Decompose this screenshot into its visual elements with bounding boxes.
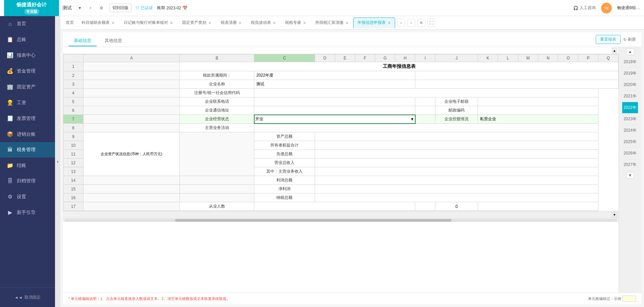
dropdown-icon[interactable]: ▼ [76, 4, 84, 12]
year-item-2025年[interactable]: 2025年 [622, 136, 638, 148]
tab-annual[interactable]: 年报信息申报表× [353, 17, 395, 28]
tab-expand-button[interactable]: ⛶ [427, 19, 435, 27]
col-header-n[interactable]: N [538, 54, 558, 62]
email-value[interactable] [478, 97, 598, 106]
col-header-k[interactable]: K [478, 54, 498, 62]
year-item-2021年[interactable]: 2021年 [622, 91, 638, 102]
col-header-j[interactable]: J [435, 54, 478, 62]
col-header-i[interactable]: I [415, 54, 435, 62]
col-header-p[interactable]: P [578, 54, 598, 62]
main-business-value[interactable] [254, 124, 598, 132]
col-header-h[interactable]: H [395, 54, 415, 62]
tab-tax_check[interactable]: 税检专家× [281, 17, 310, 28]
subtab-basic[interactable]: 基础信息 [68, 36, 97, 46]
main-revenue-value[interactable] [315, 167, 598, 176]
col-header-f[interactable]: F [355, 54, 375, 62]
net-profit-value[interactable] [315, 185, 598, 193]
col-header-o[interactable]: O [558, 54, 578, 62]
settings-icon[interactable]: ⚙ [97, 4, 105, 12]
sidebar-item-invoice[interactable]: 🧾 发票管理 [0, 111, 55, 126]
calendar-icon[interactable]: 📅 [182, 6, 187, 10]
postal-code-value[interactable] [478, 106, 598, 115]
revenue-value[interactable] [315, 159, 598, 167]
sidebar-item-ledger[interactable]: 📋 总账 [0, 32, 55, 47]
tab-close-icon[interactable]: × [388, 20, 390, 25]
tab-close-icon[interactable]: × [170, 20, 173, 25]
sidebar-item-home[interactable]: ⌂ 首页 [0, 16, 55, 32]
tab-close-icon[interactable]: × [239, 20, 241, 25]
tab-aux[interactable]: 科目辅助余额表× [77, 17, 119, 28]
year-item-2020年[interactable]: 2020年 [622, 79, 638, 91]
tab-prev-button[interactable]: ‹ [397, 19, 405, 27]
tab-tax_list[interactable]: 税表清册× [216, 17, 246, 28]
tab-close-icon[interactable]: × [303, 20, 306, 25]
employees-value[interactable]: 0 [435, 202, 478, 211]
col-header-m[interactable]: M [518, 54, 538, 62]
liabilities-value[interactable] [315, 150, 598, 159]
col-header-e[interactable]: E [335, 54, 355, 62]
tax-period-value[interactable]: 2022年度 [254, 71, 415, 80]
year-down-button[interactable]: ▼ [626, 172, 634, 179]
col-header-b[interactable]: B [180, 54, 254, 62]
tab-journal[interactable]: 日记账与银行对账单核对× [119, 17, 177, 28]
sidebar-item-assets[interactable]: 🏢 固定资产 [0, 79, 55, 95]
equity-value[interactable] [315, 141, 598, 150]
col-header-a[interactable]: A [83, 54, 180, 62]
reset-button[interactable]: 重置报表 [596, 35, 621, 44]
tab-close-all-button[interactable]: ✕ [417, 19, 425, 27]
sidebar-collapse-handle[interactable]: ‹ [55, 16, 60, 307]
spreadsheet-title[interactable]: 工商年报信息表 [180, 62, 619, 71]
tab-tax_wave[interactable]: 税负波动表× [247, 17, 280, 28]
tax-total-value[interactable] [315, 193, 598, 202]
tab-fixed_cat[interactable]: 固定资产类别× [178, 17, 215, 28]
holding-type-value[interactable]: 私营企业 [478, 115, 598, 124]
phone-value[interactable] [254, 97, 415, 106]
refresh-button[interactable]: ↻ 刷新 [623, 35, 636, 44]
company-name-value[interactable]: 测试 [254, 80, 415, 89]
scrollbar-track[interactable] [64, 219, 617, 222]
subtab-other[interactable]: 其他信息 [99, 36, 127, 46]
logo[interactable]: 畅捷通好会计 专业版 [4, 0, 59, 16]
year-item-2024年[interactable]: 2024年 [622, 125, 638, 136]
col-header-q[interactable]: Q [598, 54, 619, 62]
scrollbar-thumb[interactable] [175, 219, 451, 222]
col-header-g[interactable]: G [375, 54, 395, 62]
total-assets-value[interactable] [315, 132, 598, 141]
address-value[interactable] [254, 106, 415, 115]
add-icon[interactable]: ＋ [87, 4, 95, 12]
tab-income_tax[interactable]: 所得税汇算清缴× [311, 17, 353, 28]
tab-next-button[interactable]: › [407, 19, 415, 27]
tab-close-icon[interactable]: × [208, 20, 211, 25]
year-item-2019年[interactable]: 2019年 [622, 68, 638, 79]
pin-button[interactable]: ◄◄ 取消固定 [0, 291, 55, 304]
tab-close-icon[interactable]: × [345, 20, 348, 25]
sidebar-item-tax[interactable]: 🏛 税务管理 [0, 142, 55, 158]
tab-close-icon[interactable]: × [112, 20, 114, 25]
business-status-dropdown[interactable]: 开业 ▼ [254, 115, 415, 124]
horizontal-scrollbar[interactable] [63, 218, 619, 222]
sidebar-item-reports[interactable]: 📊 报表中心 [0, 47, 55, 63]
col-header-c[interactable]: C [254, 54, 315, 62]
support-button[interactable]: 🎧 人工咨询 [573, 5, 596, 11]
switch-version-button[interactable]: 切到旧版 [109, 4, 131, 12]
sidebar-item-settings[interactable]: ⚙ 设置 [0, 189, 55, 205]
col-header-d[interactable]: D [315, 54, 335, 62]
tab-close-icon[interactable]: × [273, 20, 276, 25]
tab-home[interactable]: 首页 [63, 20, 76, 26]
year-up-button[interactable]: ▲ [626, 48, 634, 55]
year-item-2027年[interactable]: 2027年 [622, 159, 638, 171]
col-header-l[interactable]: L [498, 54, 518, 62]
avatar[interactable]: Rit [601, 3, 612, 13]
year-item-2023年[interactable]: 2023年 [622, 114, 638, 125]
year-item-2022年[interactable]: 2022年 [622, 102, 638, 114]
year-item-2018年[interactable]: 2018年 [622, 56, 638, 68]
sidebar-item-guide[interactable]: ▶ 新手引导 [0, 205, 55, 220]
spreadsheet-main[interactable]: ▲ A B C D E F G [63, 47, 619, 293]
reg-code-value[interactable] [254, 89, 598, 97]
sidebar-item-archive[interactable]: 🗄 归档管理 [0, 173, 55, 189]
sidebar-item-close[interactable]: 📁 结账 [0, 158, 55, 173]
scroll-down-btn[interactable]: ▼ [612, 212, 617, 217]
sidebar-item-cash[interactable]: 💰 资金管理 [0, 63, 55, 79]
scroll-up-btn[interactable]: ▲ [612, 48, 617, 53]
sidebar-item-salary[interactable]: 👷 工资 [0, 95, 55, 111]
